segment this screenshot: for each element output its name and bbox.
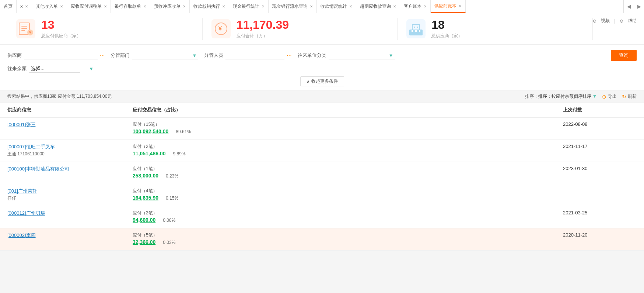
trade-amount-link[interactable]: 258,000.00 [133,173,158,179]
payable-suppliers-icon: ¥ [15,18,37,40]
stat-item-payable-suppliers: ¥ 13 总应付供应商（家） [7,18,203,40]
close-icon[interactable]: ✕ [60,4,63,8]
last-pay-col: 2022-08-08 [563,121,637,127]
svg-rect-3 [21,28,27,29]
nav-tab-ar-adjust[interactable]: 应收应付调整单 ✕ [67,0,111,13]
svg-text:¥: ¥ [218,25,222,32]
nav-tab-overdue[interactable]: 超期应收款查询 ✕ [356,0,400,13]
table-row: [000012]广州贝瑞 应付（2笔） 94,600.00 0.08% 2021… [0,206,644,228]
nav-tab-cash-stats-label: 现金银行统计 [233,3,259,10]
supplier-name-link[interactable]: [000100]本特勤油品有限公司 [7,166,133,172]
nav-tab-supplier-book[interactable]: 供应商账本 ✕ [431,0,466,13]
person-field: 分管人员 ··· [204,51,291,59]
person-label: 分管人员 [204,52,223,59]
nav-tab-other-income[interactable]: 其他收入单 ✕ [32,0,67,13]
col-header-last-pay: 上次付数 [563,107,637,113]
dept-select[interactable] [132,51,198,59]
nav-tab-receipt-exec[interactable]: 收款核销执行 ✕ [190,0,229,13]
supplier-name-link[interactable]: [000001]张三 [7,121,133,128]
sort-value[interactable]: 排序：按应付余额倒序排序 [538,94,591,99]
balance-label: 往来余额 [7,65,27,72]
supplier-name-link[interactable]: [001]广州荣轩 [7,188,133,194]
trade-amount-link[interactable]: 100,092,540.00 [133,128,168,134]
nav-prev-arrow[interactable]: ◀ [623,0,634,13]
close-icon[interactable]: ✕ [104,4,107,8]
close-icon[interactable]: ✕ [349,4,352,8]
table-row: [000001]张三 应付（15笔） 100,092,540.00 89.61%… [0,118,644,140]
balance-select[interactable]: 选择... [29,65,80,73]
nav-tab-3[interactable]: 3 ✕ [17,0,32,13]
close-icon[interactable]: ✕ [262,4,265,8]
svg-rect-14 [417,27,418,28]
nav-tab-receipt-stats[interactable]: 收款情况统计 ✕ [317,0,356,13]
query-button[interactable]: 查询 [611,50,637,61]
trade-row: 94,600.00 0.08% [133,217,563,223]
person-dots-icon[interactable]: ··· [287,52,291,59]
top-right-links: ⊙ 视频 | ⊙ 帮助 [593,18,637,24]
trade-label: 应付（2笔） [133,210,563,216]
nav-next-arrow[interactable]: ▶ [634,0,644,13]
category-select[interactable] [329,51,395,59]
trade-percent: 89.61% [176,129,191,134]
nav-tab-cash-flow-label: 现金银行流水查询 [272,3,308,10]
trade-amount-link[interactable]: 32,366.00 [133,239,155,245]
help-link[interactable]: 帮助 [628,18,637,24]
nav-tab-3-label: 3 [20,4,23,9]
trade-row: 100,092,540.00 89.61% [133,128,563,134]
trade-percent: 0.23% [166,173,178,179]
stat-content-total-suppliers: 18 总供应商（家） [431,18,462,39]
sort-label: 排序：排序：按应付余额倒序排序 ▼ [525,93,597,100]
nav-tab-ar-adjust-label: 应收应付调整单 [71,3,102,10]
nav-tab-receipt-exec-label: 收款核销执行 [193,3,220,10]
nav-tab-cash-stats[interactable]: 现金银行统计 ✕ [229,0,269,13]
supplier-contact: 王通 17106110000 [7,151,133,157]
nav-arrows: ◀ ▶ [623,0,644,13]
close-icon[interactable]: ✕ [424,4,427,8]
svg-rect-17 [419,30,420,32]
close-icon[interactable]: ✕ [459,4,462,8]
table-row: [001]广州荣轩 仔仔 应付（4笔） 164,635.90 0.15% [0,184,644,206]
nav-tab-cash-flow[interactable]: 现金银行流水查询 ✕ [269,0,317,13]
refresh-button[interactable]: ↻ 刷新 [622,93,637,100]
nav-tab-bank-deposit[interactable]: 银行存取款单 ✕ [111,0,150,13]
person-input[interactable] [225,51,284,59]
nav-tab-home[interactable]: 首页 [0,0,17,13]
nav-tab-other-income-label: 其他收入单 [36,3,58,10]
trade-amount-link[interactable]: 164,635.90 [133,195,158,201]
supplier-dots-icon[interactable]: ··· [100,52,105,59]
close-icon[interactable]: ✕ [222,4,225,8]
dept-select-wrap: ▼ [132,51,198,59]
nav-tab-prepay[interactable]: 预收冲应收单 ✕ [150,0,190,13]
stat-value-total-suppliers: 18 [431,18,462,31]
close-icon[interactable]: ✕ [183,4,186,8]
export-label: 导出 [608,93,617,100]
col-header-supplier: 供应商信息 [7,107,133,113]
help-icon: ⊙ [620,18,623,24]
supplier-col: [000001]张三 [7,121,133,128]
svg-rect-10 [406,19,426,38]
payable-total-icon: ¥ [210,18,232,40]
supplier-col: [001]广州荣轩 仔仔 [7,188,133,201]
export-button[interactable]: ⊙ 导出 [602,93,617,100]
stat-item-total-suppliers: 18 总供应商（家） [398,18,593,40]
close-icon[interactable]: ✕ [393,4,396,8]
supplier-name-link[interactable]: [000002]李四 [7,232,133,239]
stats-bar: ¥ 13 总应付供应商（家） ¥ 11,170.39 应付合计（万） [0,13,644,45]
close-icon[interactable]: ✕ [310,4,313,8]
svg-rect-15 [412,30,413,32]
close-icon[interactable]: ✕ [25,4,28,8]
supplier-name-link[interactable]: [000007]恒旺二手叉车 [7,144,133,150]
stat-value-payable-total: 11,170.39 [237,18,289,31]
category-select-wrap: ▼ [329,51,395,59]
supplier-input[interactable] [24,51,98,59]
video-link[interactable]: 视频 [601,18,610,24]
supplier-name-link[interactable]: [000012]广州贝瑞 [7,210,133,217]
table-row: [000007]恒旺二手叉车 王通 17106110000 应付（2笔） 11,… [0,140,644,162]
collapse-button[interactable]: ∧ 收起更多条件 [300,76,344,86]
trade-amount-link[interactable]: 94,600.00 [133,217,155,223]
close-icon[interactable]: ✕ [143,4,146,8]
svg-text:¥: ¥ [29,31,31,35]
trade-amount-link[interactable]: 11,051,486.00 [133,151,166,156]
nav-tab-customer-book[interactable]: 客户账本 ✕ [400,0,431,13]
link-separator: | [614,18,615,24]
